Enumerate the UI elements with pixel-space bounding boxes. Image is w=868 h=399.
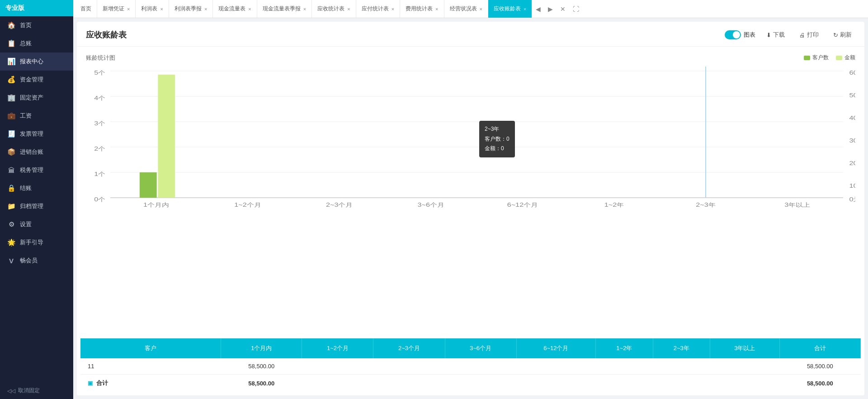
sidebar-item-fund[interactable]: 💰 资金管理	[0, 71, 73, 89]
sidebar-item-close[interactable]: 🔒 结账	[0, 179, 73, 197]
print-icon: 🖨	[799, 32, 805, 38]
cell-total: 58,500.00	[779, 358, 860, 375]
unpin-button[interactable]: ◁◁ 取消固定	[0, 382, 73, 399]
sidebar-item-tax[interactable]: 🏛 税务管理	[0, 161, 73, 179]
download-button[interactable]: ⬇ 下载	[763, 29, 788, 41]
close-icon[interactable]: ×	[347, 6, 350, 12]
close-icon[interactable]: ×	[524, 6, 526, 12]
tab-profit-q[interactable]: 利润表季报 ×	[169, 0, 213, 18]
tab-voucher-label: 新增凭证	[103, 5, 124, 13]
total-icon: ▣	[88, 380, 93, 386]
tab-cashflow-q[interactable]: 现金流量表季报 ×	[257, 0, 312, 18]
tab-fullscreen-button[interactable]: ⛶	[569, 0, 583, 18]
chart-legend: 客户数 金额	[804, 54, 855, 62]
tab-cashflow-label: 现金流量表	[218, 5, 245, 13]
tab-next-button[interactable]: ▶	[544, 0, 557, 18]
footer-y12	[596, 375, 653, 392]
tab-ap-stat[interactable]: 应付统计表 ×	[356, 0, 400, 18]
footer-m1: 58,500.00	[221, 375, 302, 392]
sidebar-item-label: 报表中心	[20, 57, 43, 66]
tab-expense-label: 费用统计表	[406, 5, 433, 13]
page-header: 应收账龄表 图表 ⬇ 下载 🖨 打印 ↻ 刷新	[77, 22, 864, 47]
legend-label-customers: 客户数	[812, 54, 829, 62]
invoice-icon: 🧾	[7, 130, 15, 138]
page-actions: 图表 ⬇ 下载 🖨 打印 ↻ 刷新	[725, 29, 855, 41]
table-footer-row: ▣ 合计 58,500.00 58,500.00	[80, 375, 861, 392]
sidebar-item-archive[interactable]: 📁 归档管理	[0, 197, 73, 215]
sidebar-item-salary[interactable]: 💼 工资	[0, 107, 73, 125]
close-ledger-icon: 🔒	[7, 184, 15, 192]
close-icon[interactable]: ×	[435, 6, 438, 12]
svg-text:0元: 0元	[849, 196, 855, 202]
sidebar-item-vip[interactable]: V 畅会员	[0, 252, 73, 270]
refresh-button[interactable]: ↻ 刷新	[830, 29, 855, 41]
tab-cashflow-q-label: 现金流量表季报	[263, 5, 301, 13]
toggle-track[interactable]	[725, 30, 741, 39]
tab-expense[interactable]: 费用统计表 ×	[400, 0, 444, 18]
tab-voucher[interactable]: 新增凭证 ×	[97, 0, 136, 18]
svg-text:60,000.00元: 60,000.00元	[849, 70, 855, 76]
svg-text:1~2年: 1~2年	[604, 202, 624, 208]
close-icon[interactable]: ×	[160, 6, 163, 12]
app-logo: 专业版	[0, 0, 73, 16]
close-icon[interactable]: ×	[480, 6, 482, 12]
sidebar-item-label: 税务管理	[20, 166, 43, 174]
print-label: 打印	[807, 31, 819, 39]
cell-m36	[445, 358, 516, 375]
sidebar-item-guide[interactable]: 🌟 新手引导	[0, 233, 73, 252]
close-icon[interactable]: ×	[392, 6, 394, 12]
unpin-label: 取消固定	[18, 387, 40, 394]
toggle-thumb	[733, 31, 740, 38]
sidebar-item-report[interactable]: 📊 报表中心	[0, 52, 73, 71]
tab-home[interactable]: 首页	[75, 0, 97, 18]
cell-y12	[596, 358, 653, 375]
svg-text:40,000.00元: 40,000.00元	[849, 115, 855, 121]
tab-profit[interactable]: 利润表 ×	[136, 0, 169, 18]
pin-icon: ◁◁	[7, 388, 15, 394]
footer-y3	[710, 375, 780, 392]
svg-text:20,000.00元: 20,000.00元	[849, 160, 855, 166]
close-icon[interactable]: ×	[248, 6, 251, 12]
chart-toggle[interactable]: 图表	[725, 30, 755, 39]
download-label: 下载	[773, 31, 785, 39]
col-y23: 2~3年	[653, 338, 710, 358]
sidebar-item-asset[interactable]: 🏢 固定资产	[0, 89, 73, 107]
tab-ar-age[interactable]: 应收账龄表 ×	[488, 0, 532, 18]
tab-close-all-button[interactable]: ✕	[557, 0, 569, 18]
cell-y3	[710, 358, 780, 375]
tab-prev-button[interactable]: ◀	[532, 0, 544, 18]
sidebar-item-settings[interactable]: ⚙ 设置	[0, 215, 73, 233]
tab-biz-stat-label: 经营状况表	[450, 5, 477, 13]
sidebar-item-label: 归档管理	[20, 202, 43, 210]
footer-label: ▣ 合计	[80, 375, 221, 392]
close-icon[interactable]: ×	[204, 6, 207, 12]
sidebar-item-home[interactable]: 🏠 首页	[0, 16, 73, 34]
svg-text:3年以上: 3年以上	[784, 202, 810, 208]
chart-svg: 5个 4个 3个 2个 1个 0个 60,000.00元 50,000.00元 …	[86, 66, 855, 211]
print-button[interactable]: 🖨 打印	[796, 29, 822, 41]
tab-ar-age-label: 应收账龄表	[494, 5, 521, 13]
col-m12: 1~2个月	[302, 338, 373, 358]
tab-cashflow[interactable]: 现金流量表 ×	[213, 0, 257, 18]
sidebar-item-ledger[interactable]: 📋 总账	[0, 34, 73, 52]
footer-m12	[302, 375, 373, 392]
close-icon[interactable]: ×	[303, 6, 306, 12]
close-icon[interactable]: ×	[127, 6, 130, 12]
guide-icon: 🌟	[7, 238, 15, 247]
svg-text:30,000.00元: 30,000.00元	[849, 138, 855, 143]
sidebar-item-sales[interactable]: 📦 进销台账	[0, 143, 73, 161]
archive-icon: 📁	[7, 202, 15, 210]
bar-customers-0	[140, 172, 157, 198]
refresh-label: 刷新	[840, 31, 852, 39]
tab-ap-stat-label: 应付统计表	[362, 5, 389, 13]
svg-text:5个: 5个	[94, 70, 105, 76]
tab-ar-stat-label: 应收统计表	[317, 5, 344, 13]
svg-text:50,000.00元: 50,000.00元	[849, 92, 855, 98]
tab-biz-stat[interactable]: 经营状况表 ×	[444, 0, 488, 18]
footer-total: 58,500.00	[779, 375, 860, 392]
ledger-icon: 📋	[7, 39, 15, 48]
cell-m612	[516, 358, 596, 375]
tab-ar-stat[interactable]: 应收统计表 ×	[312, 0, 356, 18]
sidebar-item-label: 设置	[20, 220, 32, 228]
sidebar-item-invoice[interactable]: 🧾 发票管理	[0, 125, 73, 143]
